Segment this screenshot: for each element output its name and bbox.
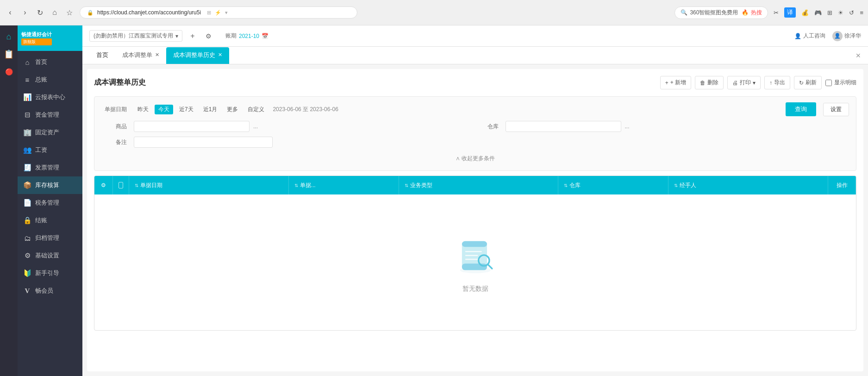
sidebar-item-inventory[interactable]: 📦 库存核算 <box>18 176 82 194</box>
refresh-button[interactable]: ↻ <box>34 7 45 18</box>
tab-home[interactable]: 首页 <box>89 47 115 64</box>
export-icon: ↑ <box>769 80 772 86</box>
customer-service-btn[interactable]: 👤 人工咨询 <box>794 32 825 40</box>
wallet-tool[interactable]: 💰 <box>801 9 809 16</box>
sort-type-icon: ⇅ <box>405 183 408 188</box>
sidebar-item-label-settings: 基础设置 <box>35 251 59 260</box>
shortcut-1month[interactable]: 近1月 <box>200 105 221 114</box>
calendar-icon[interactable]: 📅 <box>262 33 269 39</box>
sidebar-item-settings[interactable]: ⚙ 基础设置 <box>18 247 82 264</box>
sidebar-item-fixed[interactable]: 🏢 固定资产 <box>18 124 82 141</box>
scissors-tool[interactable]: ✂ <box>774 9 779 16</box>
collapse-button[interactable]: ∧ 收起更多条件 <box>101 152 849 165</box>
sidebar-item-label-vip: 畅会员 <box>35 287 53 295</box>
icon-bar-ledger[interactable]: 📋 <box>0 45 18 63</box>
home-icon: ⌂ <box>23 58 31 66</box>
tab-cost-adjustment-close[interactable]: ✕ <box>155 52 159 58</box>
print-button[interactable]: 🖨 打印 ▾ <box>727 76 761 89</box>
sidebar-item-vip[interactable]: V 畅会员 <box>18 282 82 300</box>
grid-tool[interactable]: ⊞ <box>827 9 832 16</box>
close-all-tabs-btn[interactable]: ✕ <box>856 52 861 59</box>
export-button[interactable]: ↑ 导出 <box>764 76 790 89</box>
print-label: 打印 <box>740 79 751 87</box>
undo-tool[interactable]: ↺ <box>849 9 854 16</box>
topbar-settings-button[interactable]: ⚙ <box>203 31 214 42</box>
filter-setting-button[interactable]: 设置 <box>823 103 849 116</box>
table-header: ⚙ ⇅ 单据日期 ⇅ 单据... ⇅ 业务类型 <box>94 176 856 194</box>
funds-icon: ⊟ <box>23 111 31 119</box>
th-checkbox[interactable] <box>113 176 129 194</box>
translate-tool[interactable]: 译 <box>784 7 796 18</box>
goods-more-icon[interactable]: ... <box>253 123 258 130</box>
address-bar[interactable]: 🔒 https://cloud.chanjet.com/accounting/u… <box>80 6 357 19</box>
game-tool[interactable]: 🎮 <box>814 9 822 16</box>
th-warehouse[interactable]: ⇅ 仓库 <box>558 176 668 194</box>
th-docno[interactable]: ⇅ 单据... <box>289 176 399 194</box>
sidebar-item-salary[interactable]: 👥 工资 <box>18 141 82 159</box>
sidebar-item-reports[interactable]: 📊 云报表中心 <box>18 88 82 106</box>
sidebar-item-label-invoice: 发票管理 <box>35 163 59 172</box>
refresh-button[interactable]: ↻ 刷新 <box>794 76 822 89</box>
remark-filter-label: 备注 <box>101 138 127 146</box>
star-button[interactable]: ☆ <box>64 7 75 18</box>
new-button[interactable]: + + 新增 <box>660 76 691 89</box>
company-selector[interactable]: (勿删勿禁用）江西服宝测试专用 ▾ <box>89 30 182 42</box>
search-bar[interactable]: 🔍 360智能抠图免费用 🔥 热搜 <box>674 6 768 19</box>
menu-tool[interactable]: ≡ <box>860 9 863 16</box>
sidebar-item-guide[interactable]: 🔰 新手引导 <box>18 264 82 282</box>
sidebar-item-label-salary: 工资 <box>35 146 47 154</box>
sidebar-item-tax[interactable]: 📄 税务管理 <box>18 194 82 212</box>
th-person[interactable]: ⇅ 经手人 <box>668 176 828 194</box>
secure-icon: 🔒 <box>87 10 94 16</box>
th-date[interactable]: ⇅ 单据日期 <box>129 176 289 194</box>
sidebar-item-invoice[interactable]: 🧾 发票管理 <box>18 159 82 176</box>
shortcut-custom[interactable]: 自定义 <box>244 105 268 114</box>
brightness-tool[interactable]: ☀ <box>838 9 843 16</box>
add-tab-button[interactable]: + <box>187 31 198 42</box>
user-profile-btn[interactable]: 👤 徐泽华 <box>832 31 861 41</box>
display-detail-checkbox[interactable] <box>825 80 832 86</box>
tab-cost-history[interactable]: 成本调整单历史 ✕ <box>166 47 229 64</box>
sidebar-item-funds[interactable]: ⊟ 资金管理 <box>18 106 82 124</box>
back-button[interactable]: ‹ <box>5 7 16 18</box>
sidebar-item-closing[interactable]: 🔒 结账 <box>18 212 82 229</box>
sort-date-icon: ⇅ <box>135 183 138 188</box>
settings-column-icon: ⚙ <box>101 182 106 188</box>
dropdown-icon: ▾ <box>225 10 228 16</box>
query-button[interactable]: 查询 <box>786 102 816 116</box>
sort-docno-icon: ⇅ <box>294 183 298 188</box>
shortcut-more[interactable]: 更多 <box>223 105 242 114</box>
browser-tools: 🔍 360智能抠图免费用 🔥 热搜 ✂ 译 💰 🎮 ⊞ ☀ ↺ ≡ <box>674 6 863 19</box>
sidebar-item-archive[interactable]: 🗂 归档管理 <box>18 229 82 247</box>
forward-button[interactable]: › <box>19 7 31 18</box>
tab-cost-adjustment[interactable]: 成本调整单 ✕ <box>115 47 166 64</box>
sidebar-item-ledger[interactable]: ≡ 总账 <box>18 71 82 88</box>
shortcut-7days[interactable]: 近7天 <box>175 105 197 114</box>
period-value: 2021-10 <box>239 33 259 39</box>
company-name: (勿删勿禁用）江西服宝测试专用 <box>94 32 173 40</box>
filter-row-remark: 备注 <box>101 137 849 148</box>
goods-input[interactable] <box>134 121 250 132</box>
toolbar-buttons: + + 新增 🗑 删除 🖨 打印 ▾ ↑ 导出 <box>660 76 856 89</box>
shortcut-yesterday[interactable]: 昨天 <box>134 105 152 114</box>
tab-cost-history-close[interactable]: ✕ <box>218 52 222 58</box>
display-detail-checkbox-label[interactable]: 显示明细 <box>825 79 856 87</box>
fire-icon: 🔥 <box>742 9 749 16</box>
th-settings[interactable]: ⚙ <box>94 176 113 194</box>
shortcut-today[interactable]: 今天 <box>155 105 173 114</box>
svg-rect-2 <box>462 241 487 247</box>
icon-bar-home[interactable]: ⌂ <box>0 28 18 45</box>
page-title: 成本调整单历史 <box>94 78 146 88</box>
home-button[interactable]: ⌂ <box>49 7 60 18</box>
delete-button[interactable]: 🗑 删除 <box>695 76 724 89</box>
th-type[interactable]: ⇅ 业务类型 <box>399 176 559 194</box>
app-container: ⌂ 📋 🔴 畅捷通好会计 旗舰版 ⌂ 首页 ≡ 总账 📊 云报表中心 <box>0 25 868 376</box>
warehouse-input[interactable] <box>506 121 621 132</box>
select-all-checkbox[interactable] <box>119 182 123 188</box>
empty-illustration <box>452 232 499 278</box>
icon-bar-notification[interactable]: 🔴 <box>0 63 18 81</box>
sidebar-item-label-archive: 归档管理 <box>35 234 59 242</box>
warehouse-more-icon[interactable]: ... <box>625 123 630 130</box>
sidebar-item-home[interactable]: ⌂ 首页 <box>18 53 82 71</box>
remark-input[interactable] <box>134 137 273 148</box>
